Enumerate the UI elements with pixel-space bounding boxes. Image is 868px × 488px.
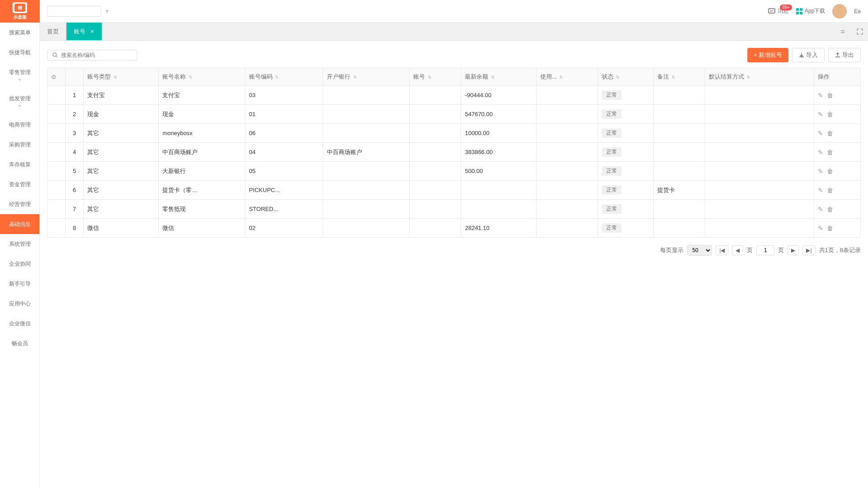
edit-icon[interactable]: ✎ [818, 111, 823, 118]
search-input[interactable] [61, 52, 132, 58]
row-usage [536, 143, 598, 162]
page-prev-button[interactable]: ◀ [732, 245, 743, 255]
row-setting [47, 86, 66, 105]
sidebar-item-ecommerce[interactable]: 电商管理 [0, 115, 39, 135]
row-payment [705, 86, 814, 105]
edit-icon[interactable]: ✎ [818, 225, 823, 232]
col-bank[interactable]: 开户银行 ⇅ [323, 68, 410, 86]
row-usage [536, 105, 598, 124]
delete-icon[interactable]: 🗑 [827, 130, 833, 137]
fullscreen-icon [856, 28, 863, 35]
row-name: 提货卡（零… [159, 181, 245, 200]
sidebar-item-operations[interactable]: 经营管理 [0, 194, 39, 214]
col-balance[interactable]: 最新余额 ⇅ [461, 68, 536, 86]
row-balance: 500.00 [461, 162, 536, 181]
row-num: 4 [66, 143, 84, 162]
message-button[interactable]: 消息 99+ [768, 7, 788, 15]
col-status[interactable]: 状态 ⇅ [598, 68, 653, 86]
row-bank [323, 219, 410, 238]
add-account-button[interactable]: + 新增账号 [747, 48, 788, 62]
edit-icon[interactable]: ✎ [818, 187, 823, 194]
tab-home[interactable]: 首页 [40, 23, 66, 40]
delete-icon[interactable]: 🗑 [827, 92, 833, 99]
col-type[interactable]: 账号类型 ⇅ [84, 68, 159, 86]
edit-icon[interactable]: ✎ [818, 130, 823, 137]
sidebar-item-guide[interactable]: 新手引导 [0, 274, 39, 294]
row-status: 正常 [598, 143, 653, 162]
delete-icon[interactable]: 🗑 [827, 149, 833, 156]
row-note [653, 105, 705, 124]
sidebar-item-purchase[interactable]: 采购管理 [0, 135, 39, 155]
row-type: 其它 [84, 124, 159, 143]
delete-icon[interactable]: 🗑 [827, 111, 833, 118]
delete-icon[interactable]: 🗑 [827, 168, 833, 175]
edit-icon[interactable]: ✎ [818, 168, 823, 175]
row-status: 正常 [598, 86, 653, 105]
col-code[interactable]: 账号编码 ⇅ [245, 68, 323, 86]
col-setting[interactable]: ⚙ [47, 68, 66, 86]
export-button[interactable]: 导出 [828, 48, 861, 62]
delete-icon[interactable]: 🗑 [827, 225, 833, 232]
col-name[interactable]: 账号名称 ⇅ [159, 68, 245, 86]
row-bank [323, 162, 410, 181]
avatar[interactable] [832, 4, 847, 19]
page-next-button[interactable]: ▶ [788, 245, 799, 255]
sidebar-item-finance[interactable]: 资金管理 [0, 174, 39, 194]
row-setting [47, 143, 66, 162]
app-download-button[interactable]: App下载 [796, 7, 825, 15]
row-type: 其它 [84, 181, 159, 200]
import-button[interactable]: 导入 [792, 48, 825, 62]
col-usage[interactable]: 使用... ⇅ [536, 68, 598, 86]
tab-close-icon[interactable]: ✕ [90, 28, 94, 35]
delete-icon[interactable]: 🗑 [827, 206, 833, 213]
row-setting [47, 162, 66, 181]
row-name: 大新银行 [159, 162, 245, 181]
tab-expand-button[interactable] [834, 23, 852, 40]
col-account[interactable]: 账号 ⇅ [410, 68, 461, 86]
fullscreen-button[interactable] [852, 23, 868, 40]
row-payment [705, 143, 814, 162]
sidebar-item-quicknav[interactable]: 快捷导航 [0, 42, 39, 62]
sidebar-item-system[interactable]: 系统管理 [0, 234, 39, 254]
edit-icon[interactable]: ✎ [818, 149, 823, 156]
sidebar-item-apps[interactable]: 应用中心 [0, 294, 39, 314]
col-num [66, 68, 84, 86]
topbar-search-input[interactable] [47, 6, 101, 17]
row-name: moneybosx [159, 124, 245, 143]
delete-icon[interactable]: 🗑 [827, 187, 833, 194]
search-box[interactable] [47, 50, 137, 61]
row-action: ✎ 🗑 [814, 143, 861, 162]
edit-icon[interactable]: ✎ [818, 92, 823, 99]
sidebar-item-search[interactable]: 搜索菜单 [0, 23, 39, 42]
tab-account[interactable]: 账号 ✕ [66, 23, 102, 40]
sidebar-item-wholesale[interactable]: 批发管理 ▼ [0, 89, 39, 115]
row-balance: -90444.00 [461, 86, 536, 105]
edit-icon[interactable]: ✎ [818, 206, 823, 213]
row-setting [47, 181, 66, 200]
row-note [653, 143, 705, 162]
page-last-button[interactable]: ▶| [802, 245, 815, 255]
sidebar-item-basic-info[interactable]: 基础信息 [0, 214, 39, 234]
sidebar-item-wechat[interactable]: 企业微信 [0, 314, 39, 333]
page-number-input[interactable] [756, 245, 774, 255]
sidebar-item-inventory[interactable]: 库存核算 [0, 155, 39, 174]
row-setting [47, 105, 66, 124]
page-first-button[interactable]: |◀ [716, 245, 728, 255]
col-note[interactable]: 备注 ⇅ [653, 68, 705, 86]
page-content: + 新增账号 导入 导出 [40, 41, 868, 488]
row-note [653, 86, 705, 105]
sidebar-item-retail[interactable]: 零售管理 ▼ [0, 62, 39, 89]
row-payment [705, 219, 814, 238]
row-type: 微信 [84, 219, 159, 238]
col-payment[interactable]: 默认结算方式 ⇅ [705, 68, 814, 86]
sidebar-item-member[interactable]: 畅会员 [0, 333, 39, 353]
row-name: 现金 [159, 105, 245, 124]
page-size-select[interactable]: 50 100 [687, 245, 712, 256]
row-account [410, 124, 461, 143]
svg-rect-4 [800, 8, 802, 11]
sidebar-item-enterprise[interactable]: 企业协同 [0, 254, 39, 274]
row-setting [47, 200, 66, 219]
settings-icon[interactable]: ⚙ [51, 74, 57, 80]
row-usage [536, 162, 598, 181]
page-size-label: 每页显示 [660, 246, 684, 254]
